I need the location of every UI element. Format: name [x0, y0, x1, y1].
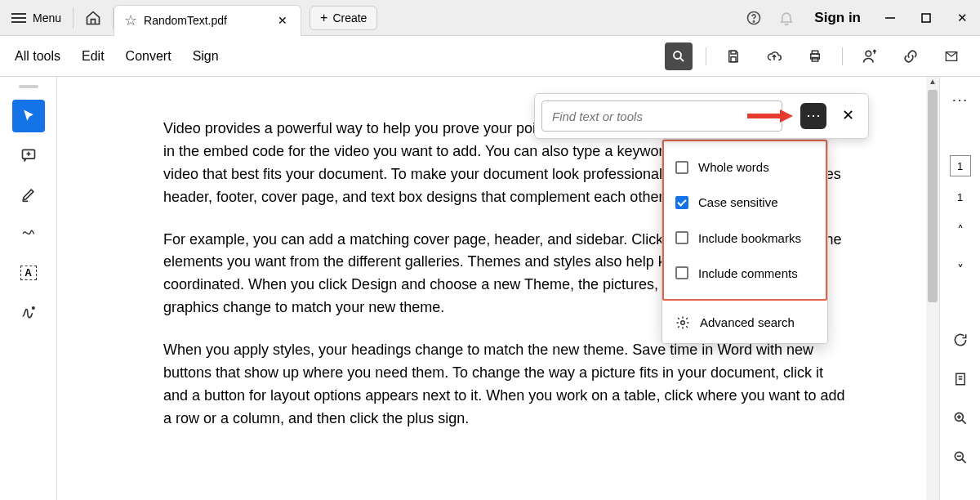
checkbox-icon	[675, 161, 688, 174]
menu-button[interactable]: Menu	[0, 0, 73, 35]
checkbox-icon	[675, 266, 688, 279]
text-box-icon: A	[20, 266, 37, 280]
svg-rect-7	[731, 56, 736, 61]
scroll-up-button[interactable]: ▲	[926, 77, 939, 86]
svg-rect-3	[922, 14, 930, 22]
content-area: A Video provides a powerful way to help …	[0, 77, 980, 500]
rail-grip[interactable]	[19, 85, 38, 88]
zoom-out-button[interactable]	[948, 445, 973, 470]
minimize-icon	[885, 13, 895, 23]
link-icon	[902, 48, 919, 65]
link-button[interactable]	[897, 42, 924, 70]
maximize-button[interactable]	[908, 0, 944, 36]
create-label: Create	[332, 11, 367, 25]
help-icon	[746, 10, 762, 26]
rotate-icon	[952, 332, 969, 348]
search-input[interactable]	[541, 100, 782, 132]
include-comments-option[interactable]: Include comments	[675, 256, 814, 291]
select-tool[interactable]	[12, 100, 45, 132]
print-icon	[807, 49, 823, 64]
bell-icon	[778, 10, 795, 26]
page-down-button[interactable]: ˅	[948, 257, 973, 282]
fit-page-button[interactable]	[948, 367, 973, 391]
share-icon	[862, 48, 878, 65]
more-tools-button[interactable]: ⋯	[951, 90, 969, 109]
separator	[842, 47, 843, 65]
svg-line-23	[962, 420, 966, 424]
rotate-button[interactable]	[948, 328, 973, 352]
close-search-button[interactable]: ✕	[835, 104, 860, 128]
page-total: 1	[957, 191, 963, 203]
zoom-in-button[interactable]	[948, 406, 973, 431]
convert-button[interactable]: Convert	[126, 49, 172, 64]
find-button[interactable]	[665, 42, 693, 70]
checkbox-icon	[675, 231, 688, 244]
help-button[interactable]	[737, 0, 770, 35]
notifications-button[interactable]	[770, 0, 803, 35]
highlight-tool[interactable]	[12, 178, 45, 211]
separator	[706, 47, 706, 65]
share-button[interactable]	[856, 42, 884, 70]
left-tool-rail: A	[0, 77, 57, 500]
vertical-scrollbar[interactable]: ▲	[926, 77, 939, 500]
svg-line-27	[962, 459, 966, 463]
case-sensitive-option[interactable]: Case sensitive	[675, 185, 814, 220]
search-options-group: Whole words Case sensitive Include bookm…	[662, 140, 827, 301]
cloud-upload-icon	[766, 49, 782, 64]
cursor-icon	[20, 108, 37, 124]
freeform-icon	[20, 226, 38, 241]
cloud-upload-button[interactable]	[760, 42, 788, 70]
edit-button[interactable]: Edit	[82, 49, 105, 64]
plus-icon: +	[320, 11, 327, 25]
close-window-button[interactable]: ✕	[944, 0, 980, 36]
search-icon	[671, 49, 686, 64]
star-icon: ☆	[124, 11, 137, 29]
home-button[interactable]	[74, 0, 113, 35]
fit-page-icon	[953, 371, 968, 387]
include-bookmarks-option[interactable]: Include bookmarks	[675, 221, 814, 256]
email-button[interactable]	[938, 42, 965, 70]
page-number-input[interactable]: 1	[950, 155, 971, 176]
advanced-search-option[interactable]: Advanced search	[662, 301, 827, 343]
checkbox-icon	[675, 196, 688, 209]
pencil-icon	[20, 186, 37, 203]
signature-icon	[20, 304, 38, 320]
document-tab[interactable]: ☆ RandomText.pdf ✕	[114, 5, 301, 36]
document-view[interactable]: Video provides a powerful way to help yo…	[57, 77, 926, 500]
menu-label: Menu	[33, 11, 61, 25]
minimize-button[interactable]	[872, 0, 908, 36]
window-controls: ✕	[872, 0, 980, 36]
option-label: Whole words	[698, 158, 769, 176]
svg-line-5	[680, 57, 684, 60]
tab-title: RandomText.pdf	[144, 14, 227, 27]
gear-search-icon	[675, 315, 690, 330]
save-button[interactable]	[719, 42, 747, 70]
fill-sign-tool[interactable]	[12, 296, 45, 328]
svg-point-4	[674, 51, 681, 59]
scroll-thumb[interactable]	[928, 90, 938, 302]
email-icon	[943, 50, 960, 63]
create-button[interactable]: + Create	[310, 6, 377, 30]
text-tool[interactable]: A	[12, 257, 45, 289]
zoom-out-icon	[952, 449, 969, 466]
signin-button[interactable]: Sign in	[803, 10, 872, 26]
option-label: Include comments	[698, 264, 798, 283]
zoom-in-icon	[952, 410, 969, 426]
comment-icon	[20, 147, 37, 163]
whole-words-option[interactable]: Whole words	[675, 150, 814, 185]
option-label: Advanced search	[700, 313, 795, 332]
svg-point-11	[866, 51, 871, 56]
print-button[interactable]	[801, 42, 829, 70]
svg-point-20	[681, 320, 685, 324]
sign-button[interactable]: Sign	[193, 49, 219, 64]
comment-tool[interactable]	[12, 139, 45, 172]
draw-tool[interactable]	[12, 217, 45, 250]
body-paragraph: When you apply styles, your headings cha…	[163, 339, 849, 431]
page-up-button[interactable]: ˄	[948, 218, 973, 243]
find-bar: ⋯ ✕	[534, 93, 869, 139]
search-options-button[interactable]: ⋯	[800, 103, 826, 129]
search-options-menu: Whole words Case sensitive Include bookm…	[662, 139, 828, 344]
close-tab-button[interactable]: ✕	[274, 11, 291, 30]
hamburger-icon	[11, 13, 26, 23]
all-tools-button[interactable]: All tools	[15, 49, 60, 64]
